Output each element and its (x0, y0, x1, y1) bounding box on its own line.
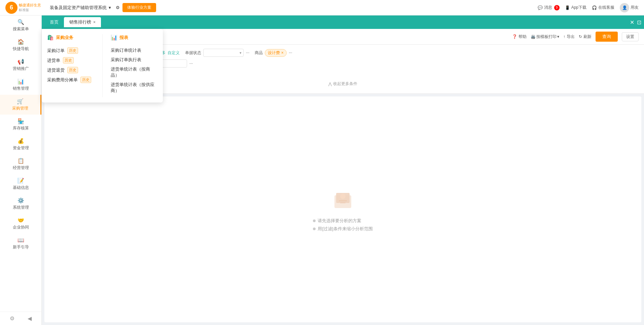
refresh-label: 刷新 (583, 34, 592, 40)
user-area[interactable]: 👤 用友 (620, 3, 639, 12)
finance-icon: 💰 (17, 138, 24, 144)
refresh-btn[interactable]: ↻ 刷新 (579, 34, 592, 40)
logo-line2: 标准版 (19, 8, 41, 12)
goods-tag: 设计费 × (265, 49, 287, 57)
menu-item-return[interactable]: 进货退货 历史 (47, 67, 94, 73)
report-section-title: 📊 报表 (111, 34, 158, 43)
search-icon: 🔍 (17, 19, 24, 25)
sidebar-item-label: 快捷导航 (13, 46, 29, 52)
notification-icon: 💬 (538, 5, 543, 10)
sidebar-item-nav[interactable]: 🏠 快捷导航 (0, 35, 41, 55)
settings-gear-icon[interactable]: ⚙ (116, 5, 120, 10)
online-service-btn[interactable]: 🎧 在线客服 (592, 5, 614, 10)
tab-close-window-icon[interactable]: ✕ (630, 19, 634, 26)
sidebar-item-label: 采购管理 (12, 106, 28, 111)
menu-item-purchase-order[interactable]: 采购订单 历史 (47, 47, 94, 54)
sidebar-item-inventory[interactable]: 🏪 库存核算 (0, 115, 41, 134)
title-dropdown-icon[interactable]: ▾ (109, 5, 111, 10)
salesman-dots[interactable]: ··· (189, 60, 192, 67)
empty-hint-1-text: 请先选择要分析的方案 (318, 218, 361, 224)
voucher-status-dots[interactable]: ··· (246, 50, 249, 56)
expense-text: 采购费用分摊单 (47, 77, 78, 83)
voucher-status-select[interactable] (203, 49, 244, 57)
sidebar-item-basic[interactable]: 📝 基础信息 (0, 174, 41, 194)
menu-item-order-exec[interactable]: 采购订单执行表 (111, 57, 158, 63)
svg-rect-3 (339, 200, 347, 201)
sidebar-item-system[interactable]: ⚙️ 系统管理 (0, 194, 41, 214)
goods-tag-close[interactable]: × (281, 50, 284, 55)
report-section-label: 报表 (119, 35, 128, 41)
sidebar-item-finance[interactable]: 💰 资金管理 (0, 134, 41, 154)
incoming-stats-goods-text: 进货单统计表（按商品） (111, 66, 158, 78)
logo-line1: 畅捷通好生意 (19, 3, 41, 7)
app-container: 6 畅捷通好生意 标准版 装备及固定资产辅助管理系统 ▾ ⚙ 体验行业方案 💬 … (0, 0, 644, 325)
tab-close-icon[interactable]: × (93, 20, 96, 25)
sidebar-item-purchase[interactable]: 🛒 采购管理 (0, 95, 41, 115)
menu-item-order-stats[interactable]: 采购订单统计表 (111, 47, 158, 53)
sidebar-item-search[interactable]: 🔍 搜索菜单 (0, 15, 41, 35)
incoming-stats-supplier-text: 进货单统计表（按供应商） (111, 82, 158, 94)
sidebar-item-label: 系统管理 (13, 205, 29, 210)
top-bar: 6 畅捷通好生意 标准版 装备及固定资产辅助管理系统 ▾ ⚙ 体验行业方案 💬 … (0, 0, 644, 15)
bottom-settings-icon[interactable]: ⚙ (10, 315, 14, 322)
settings-action-btn[interactable]: 设置 (622, 32, 639, 41)
menu-item-incoming-stats-goods[interactable]: 进货单统计表（按商品） (111, 66, 158, 78)
svg-rect-4 (340, 202, 346, 203)
return-text: 进货退货 (47, 67, 65, 73)
sidebar-item-marketing[interactable]: 📢 营销推广 (0, 55, 41, 75)
sidebar: 🔍 搜索菜单 🏠 快捷导航 📢 营销推广 📊 销售管理 🛒 采购管理 🏪 (0, 15, 42, 325)
menu-divider (102, 34, 103, 97)
empty-dot-1 (313, 219, 316, 222)
notification-btn[interactable]: 💬 消息 9 (538, 5, 560, 10)
empty-illustration (329, 187, 356, 214)
sidebar-item-operation[interactable]: 📋 经营管理 (0, 154, 41, 174)
shortcut-custom[interactable]: 自定义 (168, 50, 180, 56)
inventory-icon: 🏪 (17, 118, 24, 124)
app-download-btn[interactable]: 📱 App下载 (565, 5, 586, 10)
sidebar-item-sales[interactable]: 📊 销售管理 (0, 75, 41, 95)
print-dropdown-icon[interactable]: ▾ (557, 34, 559, 39)
sidebar-item-cooperation[interactable]: 🤝 企业协同 (0, 214, 41, 234)
bottom-collapse-icon[interactable]: ◀ (28, 315, 32, 322)
svg-point-2 (340, 194, 346, 199)
headset-icon: 🎧 (592, 5, 597, 10)
menu-item-incoming[interactable]: 进货单 历史 (47, 57, 94, 64)
purchase-section-label: 采购业务 (56, 35, 73, 41)
tab-sales-ranking[interactable]: 销售排行榜 × (64, 17, 101, 27)
menu-item-expense[interactable]: 采购费用分摊单 历史 (47, 77, 94, 83)
purchase-order-text: 采购订单 (47, 48, 65, 54)
goods-dots[interactable]: ··· (289, 50, 292, 56)
print-btn[interactable]: 🖨️ 按模板打印 ▾ (531, 34, 559, 40)
logo-area: 6 畅捷通好生意 标准版 (5, 2, 47, 14)
collapse-label: 收起更多条件 (333, 81, 357, 87)
sidebar-item-label: 营销推广 (13, 66, 29, 72)
logo-icon: 6 (5, 2, 17, 14)
sidebar-item-label: 新手引导 (13, 244, 29, 250)
order-exec-text: 采购订单执行表 (111, 57, 141, 63)
tab-maximize-icon[interactable]: ⊡ (637, 19, 641, 26)
collapse-btn[interactable]: ⋀ 收起更多条件 (328, 81, 357, 87)
export-btn[interactable]: ↑ 导出 (563, 34, 575, 40)
query-btn[interactable]: 查询 (596, 32, 618, 42)
collapse-chevron-icon: ⋀ (328, 82, 332, 86)
voucher-status-select-wrap (203, 49, 244, 57)
avatar: 👤 (620, 3, 629, 12)
tab-home-label: 首页 (50, 19, 59, 25)
system-icon: ⚙️ (17, 197, 24, 204)
return-history-badge: 历史 (67, 67, 78, 73)
sidebar-item-guide[interactable]: 📖 新手引导 (0, 234, 41, 253)
guide-icon: 📖 (17, 237, 24, 243)
sidebar-bottom: ⚙ ◀ (0, 312, 41, 325)
help-icon: ❓ (512, 34, 517, 39)
export-icon: ↑ (563, 34, 565, 39)
tab-home[interactable]: 首页 (44, 17, 64, 27)
menu-item-incoming-stats-supplier[interactable]: 进货单统计表（按供应商） (111, 82, 158, 94)
notification-count: 9 (554, 5, 560, 10)
export-label: 导出 (567, 34, 575, 40)
help-btn[interactable]: ❓ 帮助 (512, 34, 527, 40)
industry-btn[interactable]: 体验行业方案 (122, 3, 156, 12)
purchase-section-title: 🛍️ 采购业务 (47, 34, 94, 43)
sidebar-item-label: 基础信息 (13, 185, 29, 191)
goods-label: 商品 (255, 50, 263, 56)
tab-active-label: 销售排行榜 (69, 19, 91, 25)
